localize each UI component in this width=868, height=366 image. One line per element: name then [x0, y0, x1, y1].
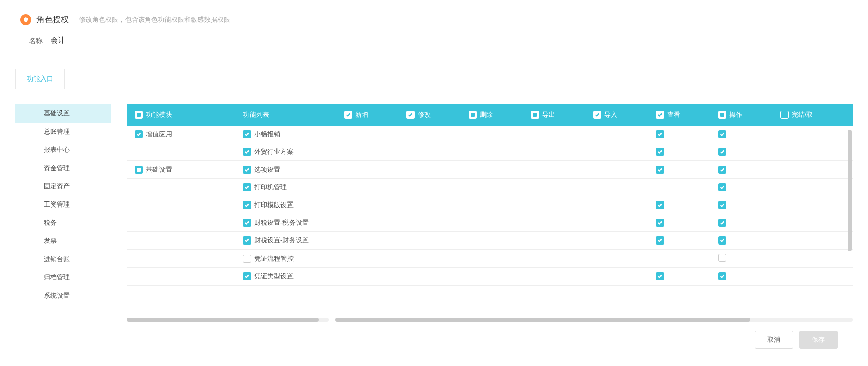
col-header-label-1: 功能列表 — [243, 110, 269, 119]
h-scroll-track-right[interactable] — [335, 318, 853, 322]
perm-cell-7-2 — [464, 250, 526, 268]
feature-checkbox-1[interactable] — [243, 148, 251, 156]
perm-cell-1-4 — [588, 143, 650, 161]
permission-table-wrap[interactable]: 功能模块功能列表新增修改删除导出导入查看操作完结/取 增值应用小畅报销外贸行业方… — [127, 104, 853, 315]
feature-checkbox-6[interactable] — [243, 236, 251, 245]
col-header-label-7: 查看 — [667, 110, 680, 119]
tab-function-entry[interactable]: 功能入口 — [15, 69, 65, 89]
sidebar-item-6[interactable]: 税务 — [15, 214, 111, 232]
feature-checkbox-0[interactable] — [243, 130, 251, 138]
sidebar-item-8[interactable]: 进销台账 — [15, 250, 111, 268]
sidebar-item-3[interactable]: 资金管理 — [15, 159, 111, 177]
perm-cell-5-4 — [588, 214, 650, 232]
col-header-checkbox-2[interactable] — [344, 111, 352, 119]
perm-cell-4-3 — [526, 196, 588, 214]
feature-label-7: 凭证流程管控 — [254, 254, 294, 263]
tab-bar: 功能入口 — [15, 68, 853, 89]
perm-checkbox-1-5[interactable] — [656, 148, 664, 156]
feature-label-8: 凭证类型设置 — [254, 272, 294, 281]
perm-cell-0-6 — [713, 126, 775, 143]
sidebar-item-7[interactable]: 发票 — [15, 232, 111, 250]
feature-cell-5: 财税设置-税务设置 — [238, 214, 339, 232]
perm-checkbox-5-5[interactable] — [656, 219, 664, 227]
perm-checkbox-5-6[interactable] — [718, 219, 726, 227]
vertical-scrollbar[interactable] — [848, 130, 852, 251]
module-checkbox-2[interactable] — [135, 166, 143, 174]
perm-checkbox-6-6[interactable] — [718, 236, 726, 245]
col-header-label-0: 功能模块 — [146, 110, 172, 119]
col-header-0: 功能模块 — [127, 104, 238, 126]
module-cell-1 — [127, 143, 238, 161]
col-header-label-6: 导入 — [604, 110, 617, 119]
perm-cell-5-1 — [401, 214, 464, 232]
perm-checkbox-0-6[interactable] — [718, 130, 726, 138]
perm-checkbox-2-6[interactable] — [718, 166, 726, 174]
sidebar-item-10[interactable]: 系统设置 — [15, 287, 111, 305]
perm-cell-5-5 — [651, 214, 713, 232]
perm-checkbox-2-5[interactable] — [656, 166, 664, 174]
table-row: 财税设置-税务设置 — [127, 214, 853, 232]
perm-cell-2-7 — [775, 161, 853, 179]
col-header-5: 导出 — [526, 104, 588, 126]
col-header-checkbox-9[interactable] — [780, 111, 789, 119]
sidebar-item-4[interactable]: 固定资产 — [15, 177, 111, 195]
feature-checkbox-5[interactable] — [243, 219, 251, 227]
col-header-checkbox-8[interactable] — [718, 111, 726, 119]
h-scroll-thumb-right[interactable] — [335, 318, 750, 322]
col-header-checkbox-4[interactable] — [469, 111, 477, 119]
sidebar-item-1[interactable]: 总账管理 — [15, 123, 111, 141]
name-input[interactable] — [51, 34, 299, 47]
perm-cell-4-2 — [464, 196, 526, 214]
feature-cell-3: 打印机管理 — [238, 179, 339, 196]
col-header-checkbox-0[interactable] — [135, 111, 143, 119]
perm-checkbox-3-6[interactable] — [718, 183, 726, 191]
sidebar-item-5[interactable]: 工资管理 — [15, 195, 111, 214]
feature-checkbox-2[interactable] — [243, 166, 251, 174]
main-panel: 功能模块功能列表新增修改删除导出导入查看操作完结/取 增值应用小畅报销外贸行业方… — [111, 89, 853, 322]
perm-checkbox-8-6[interactable] — [718, 272, 726, 280]
col-header-checkbox-3[interactable] — [406, 111, 415, 119]
h-scroll-thumb-left[interactable] — [127, 318, 319, 322]
perm-cell-3-2 — [464, 179, 526, 196]
col-header-8: 操作 — [713, 104, 775, 126]
perm-cell-4-1 — [401, 196, 464, 214]
feature-label-3: 打印机管理 — [254, 183, 287, 192]
permission-table: 功能模块功能列表新增修改删除导出导入查看操作完结/取 增值应用小畅报销外贸行业方… — [127, 104, 853, 286]
perm-checkbox-1-6[interactable] — [718, 148, 726, 156]
perm-cell-3-1 — [401, 179, 464, 196]
perm-cell-1-5 — [651, 143, 713, 161]
feature-checkbox-8[interactable] — [243, 272, 251, 280]
col-header-checkbox-5[interactable] — [531, 111, 539, 119]
feature-label-2: 选项设置 — [254, 165, 280, 174]
col-header-checkbox-6[interactable] — [593, 111, 601, 119]
perm-cell-3-3 — [526, 179, 588, 196]
perm-cell-3-7 — [775, 179, 853, 196]
module-checkbox-0[interactable] — [135, 130, 143, 138]
feature-checkbox-4[interactable] — [243, 201, 251, 209]
sidebar-item-0[interactable]: 基础设置 — [15, 104, 111, 123]
feature-checkbox-3[interactable] — [243, 183, 251, 191]
save-button[interactable]: 保存 — [799, 331, 838, 349]
sidebar-item-9[interactable]: 归档管理 — [15, 268, 111, 287]
perm-checkbox-8-5[interactable] — [656, 272, 664, 280]
module-cell-3 — [127, 179, 238, 196]
table-row: 凭证类型设置 — [127, 268, 853, 286]
col-header-6: 导入 — [588, 104, 650, 126]
feature-cell-2: 选项设置 — [238, 161, 339, 179]
sidebar-item-2[interactable]: 报表中心 — [15, 141, 111, 159]
perm-checkbox-6-5[interactable] — [656, 236, 664, 245]
perm-checkbox-4-5[interactable] — [656, 201, 664, 209]
perm-cell-4-7 — [775, 196, 853, 214]
col-header-checkbox-7[interactable] — [656, 111, 664, 119]
cancel-button[interactable]: 取消 — [755, 331, 793, 349]
h-scroll-track-left[interactable] — [127, 318, 329, 322]
perm-checkbox-7-6[interactable] — [718, 254, 726, 262]
table-row: 外贸行业方案 — [127, 143, 853, 161]
perm-checkbox-0-5[interactable] — [656, 130, 664, 138]
perm-cell-8-7 — [775, 268, 853, 286]
feature-checkbox-7[interactable] — [243, 255, 251, 263]
perm-cell-3-6 — [713, 179, 775, 196]
perm-cell-7-5 — [651, 250, 713, 268]
perm-cell-2-4 — [588, 161, 650, 179]
perm-checkbox-4-6[interactable] — [718, 201, 726, 209]
